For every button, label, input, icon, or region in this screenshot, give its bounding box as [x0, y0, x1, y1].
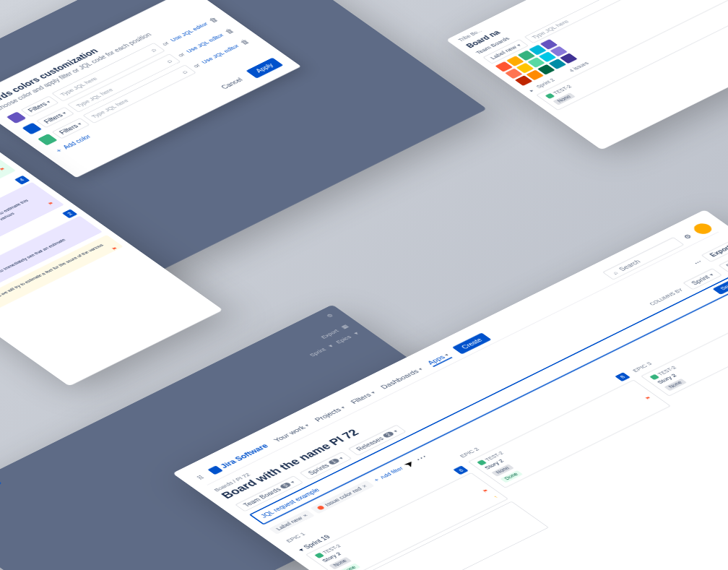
- flag-icon: ⚑: [482, 488, 490, 493]
- flag-icon: ⚑: [46, 201, 55, 206]
- grid-icon: ▦: [339, 324, 350, 330]
- story-icon: [545, 93, 555, 99]
- gear-icon: ⚙: [325, 313, 335, 319]
- arrow-up-icon: ↑: [492, 495, 499, 499]
- trash-icon[interactable]: 🗑: [207, 16, 220, 24]
- nav-dashboards[interactable]: Dashboards▾: [378, 366, 424, 390]
- create-button[interactable]: Create: [452, 332, 492, 354]
- search-icon: ⌕: [610, 269, 620, 275]
- cancel-button[interactable]: Cancel: [213, 73, 252, 95]
- jira-mark-icon: [207, 465, 223, 475]
- swatch-green[interactable]: [38, 134, 58, 145]
- nav-apps[interactable]: Apps▾: [425, 352, 453, 367]
- dim-sprint-label: Sprint: [308, 347, 327, 358]
- nav-projects[interactable]: Projects▾: [313, 405, 347, 423]
- close-icon[interactable]: ×: [360, 483, 368, 488]
- search-icon: ⌕: [164, 58, 174, 64]
- col-count-2: 4: [14, 176, 30, 185]
- nav-filters[interactable]: Filters▾: [349, 389, 377, 405]
- dim-epics-2: Epics: [334, 334, 352, 345]
- user-avatar[interactable]: [690, 222, 715, 236]
- swatch-blue[interactable]: [22, 123, 42, 134]
- or-text-1: or: [161, 40, 171, 46]
- swatch-purple[interactable]: [6, 112, 27, 124]
- apply-button[interactable]: Apply: [246, 58, 283, 79]
- col2-count: 8: [615, 372, 630, 381]
- flag-icon: ⚑: [644, 396, 652, 401]
- gear-icon[interactable]: ⚙: [681, 233, 694, 241]
- dim-export-2: Export: [319, 328, 339, 340]
- search-icon: ⌕: [148, 46, 158, 53]
- close-icon[interactable]: ×: [300, 513, 308, 518]
- color-picker-panel: Tribe Bo... Board na Team Boards Issue c…: [446, 0, 728, 150]
- red-dot-icon: [316, 505, 325, 510]
- cursor-icon: ➤: [400, 459, 418, 469]
- chevron-down-icon: ▾: [296, 547, 305, 553]
- app-switcher-icon[interactable]: ⠿: [195, 474, 207, 481]
- search-icon: ⌕: [179, 69, 189, 75]
- flag-icon: ⚑: [0, 167, 7, 172]
- flag-icon: ⚑: [110, 246, 118, 251]
- more-icon[interactable]: ⋯: [693, 259, 704, 266]
- trash-icon[interactable]: 🗑: [223, 27, 236, 35]
- or-text-3: or: [192, 63, 202, 69]
- col1-count: 6: [453, 465, 469, 475]
- dim-create-btn: Create: [0, 478, 1, 496]
- or-text-2: or: [176, 52, 186, 58]
- nav-your-work[interactable]: Your work▾: [272, 423, 311, 444]
- trash-icon[interactable]: 🗑: [238, 38, 251, 46]
